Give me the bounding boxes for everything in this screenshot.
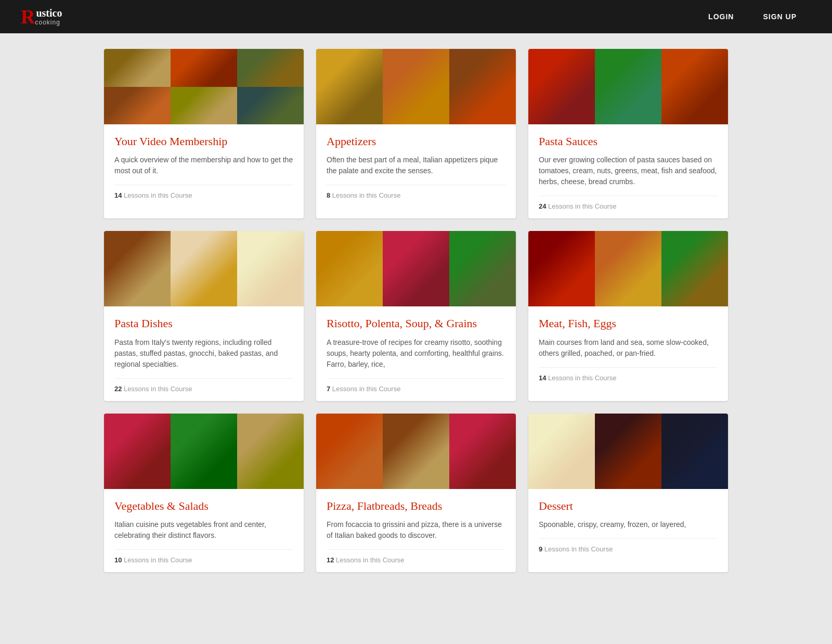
lesson-count-pizza: 12 [327,556,334,564]
card-image-pasta-dishes [104,231,304,306]
card-image-vegetables [104,414,304,489]
img-cell-membership-4 [171,87,237,125]
card-desc-meat-fish: Main courses from land and sea, some slo… [539,337,718,359]
card-desc-membership: A quick overview of the membership and h… [114,154,293,176]
card-image-pizza [316,414,516,489]
logo-subtitle: cooking [35,19,62,26]
card-desc-vegetables: Italian cuisine puts vegetables front an… [114,519,293,541]
site-header: R ustico cooking LOGIN SIGN UP [0,0,832,33]
card-body-pasta-dishes: Pasta DishesPasta from Italy's twenty re… [104,306,304,401]
card-desc-pasta-dishes: Pasta from Italy's twenty regions, inclu… [114,337,293,370]
lesson-count-vegetables: 10 [114,556,122,564]
logo-name-block: ustico cooking [35,8,62,26]
img-cell-pasta-dishes-2 [237,231,304,306]
img-cell-meat-fish-2 [661,231,728,306]
card-image-meat-fish [528,231,728,306]
img-cell-risotto-1 [383,231,449,306]
card-image-pasta-sauces [528,49,728,124]
course-card-appetizers[interactable]: AppetizersOften the best part of a meal,… [316,49,516,218]
img-cell-dessert-2 [661,414,728,489]
img-cell-membership-1 [171,49,237,87]
card-title-risotto: Risotto, Polenta, Soup, & Grains [327,317,505,330]
card-body-risotto: Risotto, Polenta, Soup, & GrainsA treasu… [316,306,516,401]
card-lessons-membership: 14 Lessons in this Course [114,185,293,199]
course-card-membership[interactable]: Your Video MembershipA quick overview of… [104,49,304,218]
img-cell-membership-3 [104,87,171,125]
logo-name: ustico [36,7,62,19]
card-image-membership [104,49,304,124]
card-body-pizza: Pizza, Flatbreads, BreadsFrom focaccia t… [316,489,516,572]
img-cell-risotto-0 [316,231,383,306]
lesson-count-pasta-sauces: 24 [539,202,546,210]
course-card-dessert[interactable]: DessertSpoonable, crispy, creamy, frozen… [528,414,728,572]
course-grid: Your Video MembershipA quick overview of… [104,49,728,572]
card-body-appetizers: AppetizersOften the best part of a meal,… [316,124,516,208]
img-cell-vegetables-0 [104,414,171,489]
card-title-appetizers: Appetizers [327,135,505,148]
lesson-count-pasta-dishes: 22 [114,385,122,393]
img-cell-pizza-2 [449,414,516,489]
img-cell-membership-0 [104,49,171,87]
card-desc-pizza: From focaccia to grissini and pizza, the… [327,519,505,541]
card-title-vegetables: Vegetables & Salads [114,499,293,513]
img-cell-pasta-sauces-1 [595,49,661,124]
card-title-dessert: Dessert [539,499,718,513]
course-card-meat-fish[interactable]: Meat, Fish, EggsMain courses from land a… [528,231,728,401]
card-title-pasta-dishes: Pasta Dishes [114,317,293,330]
card-title-meat-fish: Meat, Fish, Eggs [539,317,718,330]
card-lessons-pasta-sauces: 24 Lessons in this Course [539,196,718,210]
lesson-count-appetizers: 8 [327,191,330,199]
img-cell-dessert-1 [595,414,661,489]
card-image-risotto [316,231,516,306]
lesson-count-dessert: 9 [539,545,542,553]
lesson-count-meat-fish: 14 [539,374,546,382]
card-lessons-dessert: 9 Lessons in this Course [539,538,718,553]
card-desc-appetizers: Often the best part of a meal, Italian a… [327,154,505,176]
img-cell-appetizers-2 [449,49,516,124]
card-lessons-pizza: 12 Lessons in this Course [327,549,505,564]
img-cell-pizza-1 [383,414,449,489]
card-body-membership: Your Video MembershipA quick overview of… [104,124,304,208]
card-lessons-pasta-dishes: 22 Lessons in this Course [114,378,293,393]
img-cell-risotto-2 [449,231,516,306]
nav-buttons: LOGIN SIGN UP [694,8,811,25]
img-cell-membership-5 [237,87,304,125]
card-image-appetizers [316,49,516,124]
card-body-meat-fish: Meat, Fish, EggsMain courses from land a… [528,306,728,390]
logo-r-letter: R [21,7,35,27]
img-cell-pasta-dishes-1 [171,231,237,306]
img-cell-vegetables-1 [171,414,237,489]
img-cell-appetizers-1 [383,49,449,124]
img-cell-vegetables-2 [237,414,304,489]
main-content: Your Video MembershipA quick overview of… [78,33,754,588]
card-lessons-appetizers: 8 Lessons in this Course [327,185,505,199]
img-cell-meat-fish-0 [528,231,595,306]
img-cell-meat-fish-1 [595,231,661,306]
site-logo: R ustico cooking [21,7,62,27]
card-title-pasta-sauces: Pasta Sauces [539,135,718,148]
lesson-count-membership: 14 [114,191,122,199]
signup-button[interactable]: SIGN UP [748,8,811,25]
card-lessons-vegetables: 10 Lessons in this Course [114,549,293,564]
card-lessons-risotto: 7 Lessons in this Course [327,378,505,393]
course-card-vegetables[interactable]: Vegetables & SaladsItalian cuisine puts … [104,414,304,572]
img-cell-membership-2 [237,49,304,87]
card-body-dessert: DessertSpoonable, crispy, creamy, frozen… [528,489,728,561]
card-image-dessert [528,414,728,489]
card-title-pizza: Pizza, Flatbreads, Breads [327,499,505,513]
img-cell-pizza-0 [316,414,383,489]
img-cell-dessert-0 [528,414,595,489]
img-cell-pasta-sauces-0 [528,49,595,124]
course-card-risotto[interactable]: Risotto, Polenta, Soup, & GrainsA treasu… [316,231,516,401]
card-title-membership: Your Video Membership [114,135,293,148]
card-body-vegetables: Vegetables & SaladsItalian cuisine puts … [104,489,304,572]
course-card-pasta-sauces[interactable]: Pasta SaucesOur ever growing collection … [528,49,728,218]
course-card-pizza[interactable]: Pizza, Flatbreads, BreadsFrom focaccia t… [316,414,516,572]
card-lessons-meat-fish: 14 Lessons in this Course [539,367,718,382]
course-card-pasta-dishes[interactable]: Pasta DishesPasta from Italy's twenty re… [104,231,304,401]
card-body-pasta-sauces: Pasta SaucesOur ever growing collection … [528,124,728,218]
lesson-count-risotto: 7 [327,385,330,393]
login-button[interactable]: LOGIN [694,8,748,25]
img-cell-appetizers-0 [316,49,383,124]
img-cell-pasta-dishes-0 [104,231,171,306]
